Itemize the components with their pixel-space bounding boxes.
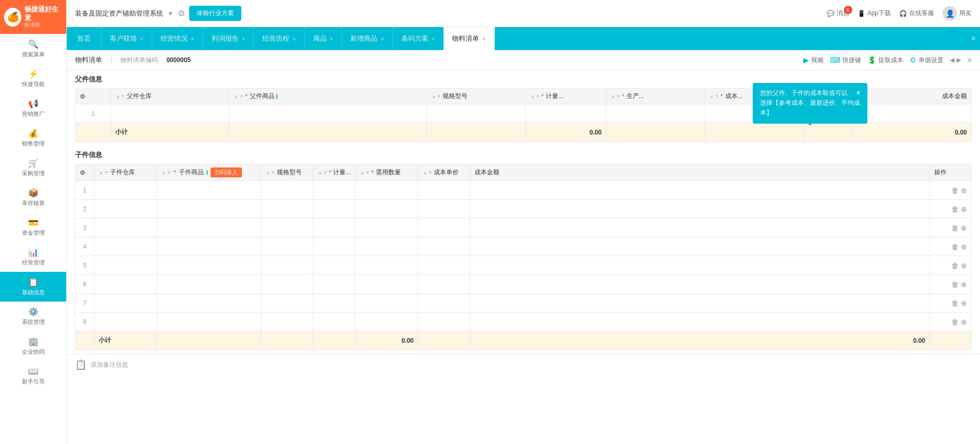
child-goods-cell-7[interactable] [157,294,261,313]
child-spec-cell-8[interactable] [261,313,313,331]
user-btn[interactable]: 👤 用友 [942,6,972,21]
child-unit-cell-1[interactable] [313,181,356,200]
parent-goods-info-icon[interactable]: ℹ [276,93,278,100]
sidebar-item-basic[interactable]: 📋基础信息 [0,272,66,302]
tab-close-new-goods[interactable]: × [381,35,384,42]
child-req-qty-cell-1[interactable] [356,181,418,200]
tab-close-customer[interactable]: × [140,35,143,42]
child-col-settings-icon[interactable]: ⚙ [80,169,85,176]
delete-icon-1[interactable]: 🗑 [951,186,959,195]
parent-goods-cell[interactable] [229,104,427,123]
tab-close-bom[interactable]: × [482,35,485,42]
child-goods-cell-4[interactable] [157,237,261,256]
nav-tab-biz-history[interactable]: 经营历程× [254,27,304,50]
child-req-qty-cell-5[interactable] [356,256,418,275]
sidebar-item-sales[interactable]: 💰销售管理 [0,123,66,153]
sidebar-item-enterprise[interactable]: 🏢企业协同 [0,331,66,361]
shortcut-action[interactable]: ⌨ 快捷键 [830,56,861,65]
copy-icon-3[interactable]: ⊕ [961,224,967,232]
tab-close-biz-history[interactable]: × [292,35,296,42]
child-req-qty-cell-8[interactable] [356,313,418,331]
child-warehouse-cell-6[interactable] [94,275,157,294]
child-spec-cell-2[interactable] [261,200,313,219]
child-req-qty-cell-7[interactable] [356,294,418,313]
delete-icon-4[interactable]: 🗑 [951,243,959,251]
child-req-qty-cell-6[interactable] [356,275,418,294]
delete-icon-6[interactable]: 🗑 [951,280,959,289]
tab-close-operation-status[interactable]: × [191,35,194,42]
child-goods-cell-1[interactable] [157,181,261,200]
child-warehouse-cell-3[interactable] [94,219,157,237]
child-unit-cell-4[interactable] [313,237,356,256]
parent-warehouse-cell[interactable] [111,104,229,123]
child-warehouse-cell-1[interactable] [94,181,157,200]
sidebar-item-system[interactable]: ⚙️系统管理 [0,302,66,331]
child-warehouse-cell-7[interactable] [94,294,157,313]
delete-icon-3[interactable]: 🗑 [951,224,959,232]
child-unit-cost-cell-2[interactable] [418,200,470,219]
scan-button[interactable]: 扫码录入 [211,167,242,177]
child-unit-cost-cell-3[interactable] [418,219,470,237]
child-unit-cost-cell-1[interactable] [418,181,470,200]
tab-close-goods[interactable]: × [330,35,333,42]
col-settings-icon[interactable]: ⚙ [80,93,85,100]
copy-icon-8[interactable]: ⊕ [961,318,967,326]
child-goods-cell-6[interactable] [157,275,261,294]
prev-arrow[interactable]: ◀ [950,56,954,64]
delete-icon-2[interactable]: 🗑 [951,205,959,213]
sidebar-item-search[interactable]: 🔍搜索菜单 [0,34,66,64]
nav-tab-bom[interactable]: 物料清单× [444,27,494,50]
parent-spec-cell[interactable] [427,104,525,123]
nav-tab-barcode[interactable]: 条码方案× [393,27,444,50]
copy-icon-4[interactable]: ⊕ [961,243,967,251]
sidebar-item-inventory[interactable]: 📦库存核算 [0,183,66,212]
sidebar-item-purchase[interactable]: 🛒采购管理 [0,153,66,183]
child-goods-cell-2[interactable] [157,200,261,219]
sidebar-item-finance[interactable]: 💳资金管理 [0,212,66,242]
tab-close-barcode[interactable]: × [432,35,435,42]
nav-tab-customer[interactable]: 客户联络× [102,27,152,50]
parent-prod-cell[interactable] [606,104,705,123]
copy-icon-7[interactable]: ⊕ [961,299,967,307]
sidebar-item-guide[interactable]: 📖新手引导 [0,361,66,391]
child-goods-cell-8[interactable] [157,313,261,331]
child-unit-cost-cell-6[interactable] [418,275,470,294]
copy-icon-5[interactable]: ⊕ [961,261,967,270]
app-download-btn[interactable]: 📱 App下载 [858,9,891,18]
child-warehouse-cell-8[interactable] [94,313,157,331]
nav-tab-goods[interactable]: 商品× [305,27,342,50]
sidebar-item-quick-nav[interactable]: ⚡快捷导航 [0,64,66,93]
tab-close-profit[interactable]: × [242,35,245,42]
delete-icon-7[interactable]: 🗑 [951,299,959,307]
nav-tab-operation-status[interactable]: 经营情况× [152,27,203,50]
child-spec-cell-3[interactable] [261,219,313,237]
nav-tab-close-all[interactable]: × [967,34,980,43]
sidebar-item-operation[interactable]: 📊经营管理 [0,242,66,272]
nav-tab-new-goods[interactable]: 新增商品× [342,27,393,50]
nav-tab-home[interactable]: 首页 [67,27,102,50]
child-unit-cell-2[interactable] [313,200,356,219]
child-req-qty-cell-3[interactable] [356,219,418,237]
table-view-icon[interactable]: ≡ [967,56,972,64]
child-unit-cell-8[interactable] [313,313,356,331]
child-unit-cost-cell-5[interactable] [418,256,470,275]
child-goods-cell-5[interactable] [157,256,261,275]
delete-icon-5[interactable]: 🗑 [951,261,959,270]
child-unit-cell-5[interactable] [313,256,356,275]
child-unit-cost-cell-4[interactable] [418,237,470,256]
child-warehouse-cell-4[interactable] [94,237,157,256]
cost-action[interactable]: 💲 提取成本 [867,56,903,65]
trial-button[interactable]: 体验行业方案 [189,6,241,21]
child-warehouse-cell-5[interactable] [94,256,157,275]
delete-icon-8[interactable]: 🗑 [951,318,959,326]
settings-icon[interactable]: ⚙ [178,8,185,18]
tooltip-close-btn[interactable]: × [856,88,860,98]
child-spec-cell-7[interactable] [261,294,313,313]
child-unit-cell-7[interactable] [313,294,356,313]
child-unit-cost-cell-8[interactable] [418,313,470,331]
child-unit-cost-cell-7[interactable] [418,294,470,313]
next-arrow[interactable]: ▶ [957,56,961,64]
copy-icon-2[interactable]: ⊕ [961,205,967,213]
view-action[interactable]: ▶ 视频 [803,56,824,65]
child-goods-cell-3[interactable] [157,219,261,237]
